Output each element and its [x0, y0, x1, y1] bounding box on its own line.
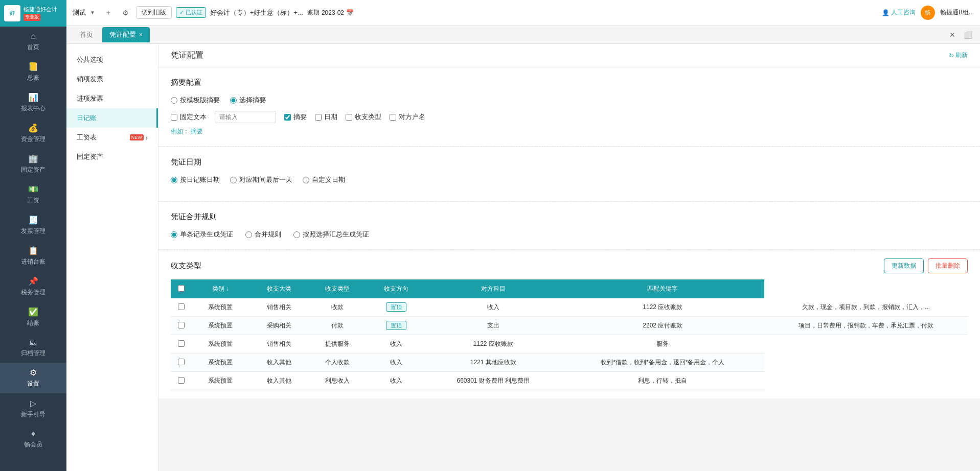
settlement-icon: ✅ [28, 307, 38, 317]
add-icon[interactable]: ＋ [101, 6, 116, 20]
summary-checkbox-date[interactable]: 日期 [315, 112, 337, 122]
left-nav-purchase[interactable]: 进项发票 [66, 89, 158, 108]
refresh-button[interactable]: ↻ 刷新 [949, 51, 968, 60]
date-radio-journal-input[interactable] [171, 177, 177, 183]
settings-gear-icon[interactable]: ⚙ [119, 6, 133, 20]
help-button[interactable]: 👤 人工咨询 [882, 8, 916, 17]
cell-keywords-3: 服务 [561, 335, 764, 354]
row-checkbox-3[interactable] [178, 340, 185, 347]
help-icon: 👤 [882, 9, 890, 16]
summary-checkbox-counterparty[interactable]: 对方户名 [390, 112, 425, 122]
cell-subject-val-4: 1221 其他应收款 [425, 354, 561, 372]
sidebar-item-report[interactable]: 📊报表中心 [0, 87, 66, 118]
row-checkbox-5[interactable] [178, 377, 185, 384]
fixed-text-input[interactable] [215, 111, 276, 123]
fixed-text-checkbox[interactable] [171, 114, 177, 121]
row-checkbox-1[interactable] [178, 303, 185, 310]
window-close-icon[interactable]: ✕ [946, 29, 959, 41]
summary-radio-template[interactable]: 按模板版摘要 [171, 96, 220, 105]
tab-close-button[interactable]: × [139, 31, 143, 38]
table-row: 系统预置 销售相关 提供服务 收入 1122 应收账款 服务 [171, 335, 968, 354]
assets-icon: 🏢 [28, 154, 38, 163]
sidebar-item-settings[interactable]: ⚙设置 [0, 363, 66, 393]
sidebar-item-salary[interactable]: 💵工资 [0, 179, 66, 210]
summary-checkbox-counterparty-input[interactable] [390, 114, 396, 121]
sidebar-label-ledger: 总账 [27, 74, 39, 82]
update-data-button[interactable]: 更新数据 [884, 258, 924, 273]
table-row: 系统预置 收入其他 利息收入 收入 660301 财务费用 利息费用 利息，行转… [171, 372, 968, 390]
env-dropdown-arrow[interactable]: ▼ [90, 10, 95, 15]
tab-voucher-config[interactable]: 凭证配置 × [102, 27, 150, 42]
left-nav-journal[interactable]: 日记账 [66, 108, 158, 128]
switch-version-button[interactable]: 切到旧版 [136, 6, 172, 19]
col-subject: 对方科目 [425, 279, 561, 298]
sidebar-item-invoice[interactable]: 🧾发票管理 [0, 210, 66, 241]
sidebar-item-archive[interactable]: 🗂归档管理 [0, 333, 66, 363]
left-nav-sales[interactable]: 销项发票 [66, 69, 158, 89]
sidebar-item-home[interactable]: ⌂首页 [0, 27, 66, 57]
date-radio-custom-input[interactable] [303, 177, 309, 183]
example-text: 例如： 摘要 [171, 127, 968, 136]
date-radio-journal[interactable]: 按日记账日期 [171, 175, 220, 184]
merge-radio-rule[interactable]: 合并规则 [245, 230, 281, 239]
cell-big-type-4: 收入其他 [250, 354, 309, 372]
left-nav-public[interactable]: 公共选项 [66, 50, 158, 69]
select-all-checkbox[interactable] [178, 285, 185, 292]
help-text: 人工咨询 [891, 8, 916, 17]
summary-checkbox-type-input[interactable] [346, 114, 352, 121]
row-checkbox-4[interactable] [178, 359, 185, 365]
summary-radio-select-input[interactable] [230, 97, 237, 104]
summary-radio-select-label: 选择摘要 [239, 96, 266, 105]
tab-window-actions: ✕ ⬜ [946, 29, 974, 41]
left-nav-salary-table[interactable]: 工资表 NEW › [66, 128, 158, 147]
sidebar-item-guide[interactable]: ▷新手引导 [0, 393, 66, 424]
summary-checkbox-summary-input[interactable] [284, 114, 291, 121]
user-name[interactable]: 畅捷通B组... [940, 8, 974, 17]
fixed-text-option[interactable]: 固定文本 [171, 112, 207, 122]
sidebar-label-purchase-desk: 进销台账 [21, 257, 45, 266]
merge-radio-summary[interactable]: 按照选择汇总生成凭证 [293, 230, 369, 239]
date-radio-period-last-input[interactable] [230, 177, 237, 183]
summary-radio-group: 按模板版摘要 选择摘要 [171, 96, 968, 105]
batch-delete-button[interactable]: 批量删除 [928, 258, 968, 273]
cell-big-type-1: 销售相关 [250, 298, 309, 317]
left-nav-fixed-assets[interactable]: 固定资产 [66, 147, 158, 167]
logo-icon: 好 [4, 5, 20, 21]
report-icon: 📊 [28, 92, 38, 102]
sidebar-item-ledger[interactable]: 📒总账 [0, 57, 66, 87]
summary-radio-select[interactable]: 选择摘要 [230, 96, 266, 105]
cell-subject-val-1: 1122 应收账款 [561, 298, 764, 317]
window-maximize-icon[interactable]: ⬜ [962, 29, 974, 41]
summary-section-title: 摘要配置 [171, 78, 968, 87]
reset-tag-1[interactable]: 置顶 [386, 302, 406, 312]
cell-subject-val-5: 660301 财务费用 利息费用 [425, 372, 561, 390]
cell-direction-3: 收入 [367, 335, 426, 354]
merge-radio-summary-label: 按照选择汇总生成凭证 [303, 230, 369, 239]
sidebar-item-funds[interactable]: 💰资金管理 [0, 118, 66, 149]
merge-radio-rule-input[interactable] [245, 231, 252, 238]
cell-subject-2: 支出 [425, 317, 561, 335]
reset-tag-2[interactable]: 置顶 [386, 321, 406, 330]
sidebar-item-assets[interactable]: 🏢固定资产 [0, 149, 66, 179]
refresh-label: 刷新 [955, 51, 968, 60]
summary-checkbox-date-input[interactable] [315, 114, 322, 121]
summary-radio-template-input[interactable] [171, 97, 177, 104]
summary-checkbox-summary[interactable]: 摘要 [284, 112, 307, 122]
sidebar-item-tax[interactable]: 📌税务管理 [0, 271, 66, 302]
summary-checkbox-type[interactable]: 收支类型 [346, 112, 381, 122]
cell-subject-val-2: 2202 应付账款 [561, 317, 764, 335]
merge-radio-single[interactable]: 单条记录生成凭证 [171, 230, 233, 239]
tab-home[interactable]: 首页 [73, 27, 100, 42]
sidebar-item-member[interactable]: ♦畅会员 [0, 424, 66, 454]
logo-title: 畅捷通好会计 [24, 6, 57, 13]
ledger-icon: 📒 [28, 62, 38, 72]
row-checkbox-2[interactable] [178, 322, 185, 328]
merge-radio-single-input[interactable] [171, 231, 177, 238]
sidebar-item-settlement[interactable]: ✅结账 [0, 302, 66, 333]
sidebar-item-purchase-desk[interactable]: 📋进销台账 [0, 241, 66, 271]
certified-text: 已认证 [186, 9, 202, 16]
date-radio-custom[interactable]: 自定义日期 [303, 175, 345, 184]
calendar-icon[interactable]: 📅 [346, 9, 354, 16]
date-radio-period-last[interactable]: 对应期间最后一天 [230, 175, 292, 184]
merge-radio-summary-input[interactable] [293, 231, 300, 238]
